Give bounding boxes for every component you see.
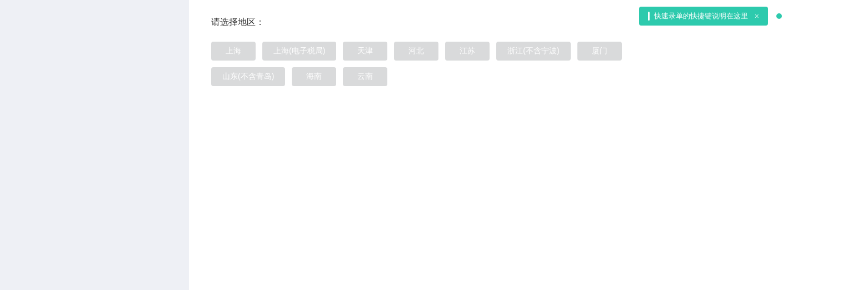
btn-tianjin[interactable]: 天津 (343, 42, 387, 61)
btn-shanghai[interactable]: 上海 (211, 42, 256, 61)
btn-xiamen[interactable]: 厦门 (577, 42, 622, 61)
tooltip-badge: 快速录单的快捷键说明在这里 × (639, 7, 768, 26)
btn-shandong[interactable]: 山东(不含青岛) (211, 67, 285, 86)
region-row-2: 山东(不含青岛) 海南 云南 (211, 67, 846, 86)
tooltip-close-button[interactable]: × (755, 12, 759, 21)
left-sidebar (0, 0, 189, 290)
btn-hainan[interactable]: 海南 (292, 67, 336, 86)
btn-yunnan[interactable]: 云南 (343, 67, 387, 86)
region-row-1: 上海 上海(电子税局) 天津 河北 江苏 浙江(不含宁波) 厦门 (211, 42, 846, 61)
btn-hebei[interactable]: 河北 (394, 42, 438, 61)
main-content: 请选择地区： 上海 上海(电子税局) 天津 河北 江苏 浙江(不含宁波) 厦门 … (189, 0, 868, 290)
tooltip-text: 快速录单的快捷键说明在这里 (654, 11, 748, 21)
btn-jiangsu[interactable]: 江苏 (445, 42, 490, 61)
btn-zhejiang[interactable]: 浙江(不含宁波) (496, 42, 570, 61)
btn-shanghai-etax[interactable]: 上海(电子税局) (262, 42, 336, 61)
tooltip-dot (776, 13, 782, 19)
